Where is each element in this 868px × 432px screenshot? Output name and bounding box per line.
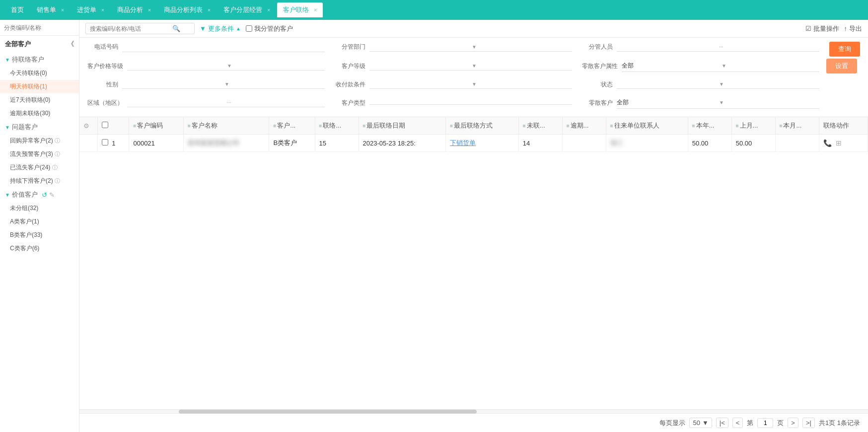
area-more-icon: ···	[227, 100, 325, 105]
close-purchase-icon[interactable]: ×	[101, 7, 104, 13]
first-page-btn[interactable]: |<	[716, 418, 728, 428]
section-triangle-icon: ▼	[5, 57, 10, 63]
scrollbar-thumb[interactable]	[179, 410, 477, 414]
search-input[interactable]	[90, 25, 169, 32]
sidebar-item-repurchase-abnormal[interactable]: 回购异常客户(2) ⓘ	[0, 134, 79, 147]
prev-page-btn[interactable]: <	[732, 418, 743, 428]
th-type[interactable]: ≡客户...	[269, 117, 315, 135]
filter-row-1: 电话号码 分管部门 ▼ 分管人员	[87, 42, 819, 52]
nav-product-analysis[interactable]: 商品分析 ×	[111, 2, 157, 17]
sidebar-item-ungrouped[interactable]: 未分组(32)	[0, 202, 79, 215]
filter-action-col: 查询 设置	[824, 42, 860, 73]
nav-customer-tier[interactable]: 客户分层经营 ×	[217, 2, 276, 17]
filter-icon: ▼	[200, 25, 206, 32]
th-contact-count[interactable]: ≡联络...	[315, 117, 359, 135]
retail-customer-select[interactable]: 全部 ▼	[617, 97, 819, 109]
qr-action-icon[interactable]: ⊞	[836, 139, 842, 147]
status-select[interactable]: ▼	[617, 80, 819, 89]
td-last-contact-type[interactable]: 下销货单	[446, 135, 519, 152]
th-last-contact-type[interactable]: ≡最后联络方式	[446, 117, 519, 135]
sidebar-item-today-pending[interactable]: 今天待联络(0)	[0, 67, 79, 80]
gender-select[interactable]: ▼	[122, 80, 325, 89]
sidebar-item-b-class[interactable]: B类客户(33)	[0, 228, 79, 242]
th-name[interactable]: ≡客户名称	[183, 117, 269, 135]
nav-home[interactable]: 首页	[5, 2, 30, 17]
area-select[interactable]: ···	[127, 98, 325, 107]
th-uncontacted[interactable]: ≡未联...	[518, 117, 562, 135]
th-code[interactable]: ≡客户编码	[129, 117, 184, 135]
payment-select[interactable]: ▼	[369, 80, 572, 89]
manager-select[interactable]: ···	[617, 43, 819, 52]
last-page-btn[interactable]: >|	[802, 418, 815, 428]
td-code: 000021	[129, 135, 184, 152]
sidebar-all-customers[interactable]: 全部客户 《	[0, 36, 79, 53]
status-arrow-icon: ▼	[719, 81, 819, 87]
sidebar-item-churn-warning[interactable]: 流失预警客户(3) ⓘ	[0, 147, 79, 161]
sidebar-item-tomorrow-pending[interactable]: 明天待联络(1)	[0, 80, 79, 93]
th-contact-person[interactable]: ≡往来单位联系人	[606, 117, 688, 135]
page-input[interactable]	[757, 418, 773, 428]
close-customer-tier-icon[interactable]: ×	[267, 7, 270, 13]
sidebar-item-c-class[interactable]: C类客户(6)	[0, 242, 79, 255]
batch-op-label: 批量操作	[813, 24, 839, 33]
filter-phone-cell: 电话号码	[87, 42, 325, 52]
nav-customer-contact[interactable]: 客户联络 ×	[277, 2, 323, 17]
gender-arrow-icon: ▼	[224, 81, 325, 87]
th-this-year[interactable]: ≡本年...	[688, 117, 731, 135]
retail-customer-label: 零散客户	[582, 99, 617, 107]
th-last-contact-date[interactable]: ≡最后联络日期	[359, 117, 446, 135]
page-size-select[interactable]: 50 ▼	[689, 418, 712, 428]
retail-attr-select[interactable]: 全部 ▼	[622, 60, 819, 72]
row-checkbox[interactable]	[102, 139, 108, 145]
sidebar-item-declining[interactable]: 持续下滑客户(2) ⓘ	[0, 174, 79, 188]
query-button[interactable]: 查询	[829, 42, 860, 57]
th-overdue[interactable]: ≡逾期...	[562, 117, 606, 135]
sidebar-search-input[interactable]	[4, 24, 78, 31]
more-filter-btn[interactable]: ▼ 更多条件 ▲	[200, 24, 241, 33]
dept-arrow-icon: ▼	[472, 44, 572, 50]
next-page-btn[interactable]: >	[788, 418, 798, 428]
retail-customer-arrow-icon: ▼	[719, 100, 819, 105]
customer-type-select[interactable]	[369, 101, 572, 105]
all-customers-label: 全部客户	[5, 40, 31, 49]
price-level-select[interactable]: ▼	[127, 62, 325, 71]
page-size-label: 每页显示	[659, 419, 685, 428]
sidebar: 🔍 全部客户 《 ▼ 待联络客户 今天待联络(0) 明天待联络(1) 近7天待联…	[0, 20, 79, 432]
value-edit-icon[interactable]: ✎	[49, 191, 55, 199]
close-product-analysis-list-icon[interactable]: ×	[208, 7, 211, 13]
phone-action-icon[interactable]: 📞	[823, 139, 832, 147]
customer-level-select[interactable]: ▼	[369, 62, 572, 71]
value-refresh-icon[interactable]: ↺	[42, 191, 47, 199]
my-customers-checkbox[interactable]	[246, 25, 252, 32]
close-product-analysis-icon[interactable]: ×	[148, 7, 151, 13]
sidebar-item-overdue-pending[interactable]: 逾期未联络(30)	[0, 107, 79, 120]
table-header-row: ⚙ ≡客户编码 ≡客户名称 ≡客户... ≡联络... ≡最后联络日期 ≡最后联…	[79, 117, 868, 135]
search-icon[interactable]: 🔍	[172, 25, 180, 32]
horizontal-scrollbar[interactable]	[79, 409, 868, 413]
sidebar-collapse-icon[interactable]: 《	[68, 40, 74, 49]
nav-purchase[interactable]: 进货单 ×	[71, 2, 110, 17]
dept-select[interactable]: ▼	[369, 43, 572, 52]
select-all-checkbox[interactable]	[102, 122, 108, 128]
dept-label: 分管部门	[335, 43, 369, 51]
sidebar-item-7day-pending[interactable]: 近7天待联络(0)	[0, 93, 79, 107]
td-overdue	[562, 135, 606, 152]
nav-product-analysis-list[interactable]: 商品分析列表 ×	[158, 2, 217, 17]
sidebar-item-a-class[interactable]: A类客户(1)	[0, 215, 79, 228]
batch-op-btn[interactable]: ☑ 批量操作	[805, 24, 839, 33]
phone-input[interactable]	[122, 42, 325, 52]
manager-label: 分管人员	[582, 43, 617, 51]
th-last-month[interactable]: ≡上月...	[731, 117, 775, 135]
export-btn[interactable]: ↑ 导出	[844, 24, 863, 33]
manager-more-icon: ···	[719, 44, 819, 50]
close-sales-icon[interactable]: ×	[61, 7, 64, 13]
page-label: 第	[747, 419, 753, 428]
gear-icon[interactable]: ⚙	[83, 122, 89, 130]
settings-button[interactable]: 设置	[826, 59, 857, 73]
section-triangle-icon3: ▼	[5, 192, 10, 198]
sidebar-item-churned[interactable]: 已流失客户(24) ⓘ	[0, 161, 79, 174]
th-this-month[interactable]: ≡本月...	[775, 117, 819, 135]
td-uncontacted: 14	[518, 135, 562, 152]
close-customer-contact-icon[interactable]: ×	[314, 7, 317, 13]
nav-sales[interactable]: 销售单 ×	[31, 2, 70, 17]
